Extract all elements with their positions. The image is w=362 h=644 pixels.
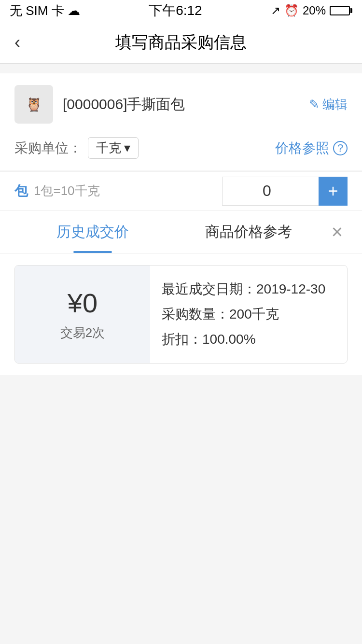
edit-icon: ✎ — [309, 97, 320, 112]
edit-label: 编辑 — [322, 96, 348, 113]
product-left: 🦉 [0000006]手撕面包 — [14, 85, 185, 124]
price-ref-label: 价格参照 — [275, 139, 329, 157]
back-button[interactable]: ‹ — [14, 32, 43, 53]
product-header: 🦉 [0000006]手撕面包 ✎ 编辑 — [14, 85, 348, 124]
price-symbol: ¥ — [68, 288, 83, 318]
unit-left: 采购单位： 千克 ▾ — [14, 137, 139, 159]
bag-icon: 包 — [14, 182, 28, 200]
battery-icon — [330, 6, 352, 15]
product-title: 手撕面包 — [127, 96, 185, 112]
history-price-display: ¥0 — [68, 287, 97, 319]
help-icon: ? — [333, 141, 348, 155]
discount-row: 折扣：100.00% — [162, 330, 335, 349]
status-time: 下午6:12 — [149, 1, 202, 20]
quantity-detail-value: 200千克 — [229, 307, 279, 322]
location-icon: ↗ — [271, 4, 280, 17]
history-card: ¥0 交易2次 最近成交日期：2019-12-30 采购数量：200千克 折扣：… — [14, 265, 348, 364]
tab-row: 历史成交价 商品价格参考 × — [0, 211, 362, 253]
tab-history-price[interactable]: 历史成交价 — [14, 211, 170, 253]
tab-product-price[interactable]: 商品价格参考 — [170, 211, 326, 253]
purchase-quantity-row: 采购数量：200千克 — [162, 305, 335, 323]
close-panel-button[interactable]: × — [327, 216, 348, 248]
page-title: 填写商品采购信息 — [43, 31, 319, 54]
unit-value: 千克 — [96, 140, 121, 156]
price-reference-button[interactable]: 价格参照 ? — [275, 139, 348, 157]
history-detail-col: 最近成交日期：2019-12-30 采购数量：200千克 折扣：100.00% — [150, 266, 347, 363]
product-unit-row: 采购单位： 千克 ▾ 价格参照 ? — [14, 133, 348, 159]
status-left: 无 SIM 卡 ☁ — [10, 2, 80, 19]
bottom-area — [0, 375, 362, 644]
nav-bar: ‹ 填写商品采购信息 — [0, 21, 362, 64]
trade-count: 交易2次 — [60, 324, 105, 341]
product-card: 🦉 [0000006]手撕面包 ✎ 编辑 采购单位： 千克 ▾ 价格参照 ? — [0, 73, 362, 170]
discount-value: 100.00% — [202, 332, 256, 347]
product-thumbnail: 🦉 — [14, 85, 53, 124]
chevron-down-icon: ▾ — [124, 140, 130, 155]
quantity-controls: + — [222, 177, 348, 206]
quantity-plus-button[interactable]: + — [319, 177, 348, 206]
unit-dropdown[interactable]: 千克 ▾ — [88, 137, 139, 159]
status-bar: 无 SIM 卡 ☁ 下午6:12 ↗ ⏰ 20% — [0, 0, 362, 21]
discount-label: 折扣： — [162, 332, 202, 347]
history-price-col: ¥0 交易2次 — [15, 266, 150, 363]
bag-unit-text: 1包=10千克 — [34, 182, 100, 199]
sim-status: 无 SIM 卡 ☁ — [10, 3, 80, 18]
price-panel: 历史成交价 商品价格参考 × ¥0 交易2次 最近成交日期：2019-12-30… — [0, 211, 362, 375]
quantity-input[interactable] — [222, 177, 319, 206]
recent-date-label: 最近成交日期： — [162, 281, 256, 296]
recent-date-value: 2019-12-30 — [256, 281, 325, 296]
history-list: ¥0 交易2次 最近成交日期：2019-12-30 采购数量：200千克 折扣：… — [0, 253, 362, 375]
recent-date-row: 最近成交日期：2019-12-30 — [162, 280, 335, 298]
product-name: [0000006]手撕面包 — [63, 95, 185, 114]
unit-label: 采购单位： — [14, 139, 82, 157]
product-id: [0000006] — [63, 96, 127, 112]
quantity-label: 包 1包=10千克 — [14, 182, 100, 200]
edit-button[interactable]: ✎ 编辑 — [309, 96, 348, 113]
quantity-row: 包 1包=10千克 + — [0, 171, 362, 210]
alarm-icon: ⏰ — [284, 4, 299, 17]
status-right: ↗ ⏰ 20% — [271, 4, 352, 17]
price-value: 0 — [83, 288, 97, 318]
quantity-label-text: 采购数量： — [162, 307, 229, 322]
battery-percent: 20% — [303, 4, 326, 17]
product-thumb-icon: 🦉 — [26, 97, 42, 112]
